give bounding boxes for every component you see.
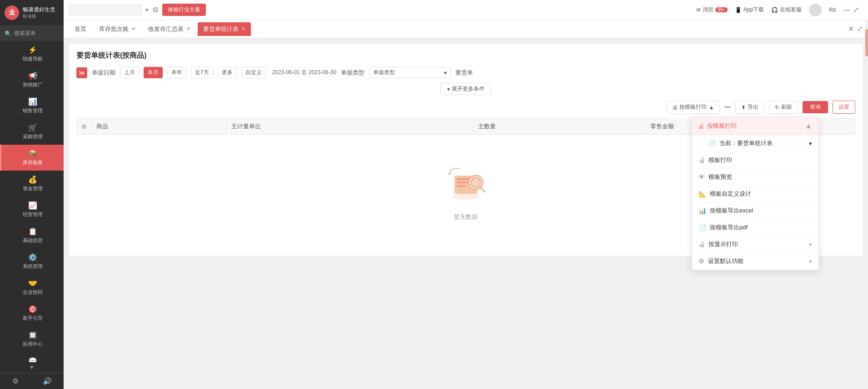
template-print-item[interactable]: 🖨 模板打印 (692, 152, 818, 169)
sidebar-item-apps[interactable]: 🔲 应用中心 (0, 326, 64, 352)
tab-home[interactable]: 首页 (69, 22, 92, 36)
svg-line-7 (480, 187, 485, 192)
print-btn[interactable]: 🖨 按模板打印 ▲ (666, 101, 720, 114)
display-print-item[interactable]: 🖨 按显示打印 ▾ (692, 236, 818, 253)
print-title-text: 按模板打印 (707, 122, 737, 130)
sidebar-item-basic[interactable]: 📋 基础信息 (0, 222, 64, 248)
set-default-icon: ⚙ (698, 258, 704, 265)
tab-order-summary-close[interactable]: ✕ (241, 26, 245, 32)
sidebar-item-system[interactable]: ⚙️ 系统管理 (0, 248, 64, 274)
maximize-icon[interactable]: ⤢ (853, 5, 859, 14)
search-menu-item[interactable]: 🔍 搜索菜单 (0, 26, 64, 41)
sidebar-item-marketing[interactable]: 📢 营销推广 (0, 67, 64, 93)
refresh-btn[interactable]: ↻ 刷新 (769, 101, 798, 114)
scrollbar-thumb[interactable] (865, 38, 868, 56)
col-goods: 商品 (92, 119, 227, 135)
sidebar-scroll-down[interactable]: ▼ (0, 362, 64, 373)
template-design-item[interactable]: 📐 模板自定义设计 (692, 186, 818, 202)
filter-row: ≫ 单据日期 上月 本月 本年 近7天 更多 自定义 2023-06-01 至 … (76, 67, 855, 78)
user-name: Rit (829, 7, 836, 13)
goods-tag-label: 要货单 (455, 69, 473, 77)
global-search-input[interactable] (69, 5, 142, 15)
template-preview-item[interactable]: 👁 模板预览 (692, 169, 818, 186)
close-all-icon[interactable]: ✕ (848, 25, 854, 33)
sidebar-bottom: ⚙ 🔊 (0, 373, 64, 389)
print-dropdown-menu: 🖨 按模板打印 ▲ 📄 当前：要货单统计表 ▾ 🖨 (692, 117, 819, 270)
operations-label: 经营管理 (23, 211, 43, 218)
date-custom-btn[interactable]: 自定义 (241, 67, 266, 78)
template-export-excel-label: 按模板导出excel (710, 207, 753, 215)
sidebar-item-wechat[interactable]: 💬 企业微信 (0, 352, 64, 362)
sidebar-item-sales[interactable]: 📊 销售管理 (0, 93, 64, 119)
online-service-label: 在线客服 (780, 6, 802, 14)
app-logo: 业 畅康通好生意 标准版 (0, 0, 64, 26)
sidebar-item-purchase[interactable]: 🛒 采购管理 (0, 119, 64, 145)
tab-receipt-summary-close[interactable]: ✕ (186, 26, 190, 32)
main-content: ▾ ⚙ 体验行业方案 ✉ 消息 99+ 📱 App下载 🎧 在线客服 Rit —… (64, 0, 868, 389)
app-version: 标准版 (23, 13, 55, 20)
refresh-icon: ↻ (775, 104, 779, 111)
export-btn[interactable]: ⬆ 导出 (735, 101, 764, 114)
sidebar-item-operations[interactable]: 📈 经营管理 (0, 197, 64, 222)
bill-type-arrow: ▾ (444, 70, 447, 76)
message-badge: 99+ (715, 7, 728, 12)
template-export-pdf-item[interactable]: 📄 按模板导出pdf (692, 219, 818, 236)
sidebar-item-finance[interactable]: 💰 资金管理 (0, 171, 64, 197)
date-last-month-btn[interactable]: 上月 (120, 67, 139, 78)
template-design-icon: 📐 (698, 190, 706, 197)
expand-icon: ▾ (447, 86, 450, 92)
set-default-item[interactable]: ⚙ 设置默认功能 ▾ (692, 253, 818, 270)
current-template-item[interactable]: 📄 当前：要货单统计表 ▾ (692, 135, 818, 152)
print-dropdown-title: 🖨 按模板打印 (698, 122, 737, 130)
print-dropdown-header: 🖨 按模板打印 ▲ (692, 117, 818, 135)
tab-inventory-batch[interactable]: 库存批次账 ✕ (94, 22, 141, 36)
scrollbar-track[interactable] (865, 38, 868, 389)
user-avatar[interactable] (809, 4, 822, 16)
date-7days-btn[interactable]: 近7天 (191, 67, 213, 78)
sidebar-item-cooperation[interactable]: 🤝 企业协同 (0, 274, 64, 300)
date-more-btn[interactable]: 更多 (218, 67, 237, 78)
expand-window-icon[interactable]: ⤢ (857, 25, 863, 33)
main-card: 要货单统计表(按商品) ≫ 单据日期 上月 本月 本年 近7天 更多 自定义 2… (69, 44, 863, 256)
bill-type-select[interactable]: 单据类型 ▾ (369, 67, 451, 78)
search-menu-label: 搜索菜单 (14, 30, 36, 37)
app-download-btn[interactable]: 📱 App下载 (735, 6, 764, 14)
print-dropdown-close[interactable]: ▲ (805, 122, 812, 130)
date-this-year-btn[interactable]: 本年 (167, 67, 186, 78)
set-default-label: 设置默认功能 (708, 257, 743, 265)
print-label: 按模板打印 (679, 103, 707, 111)
tab-inventory-batch-close[interactable]: ✕ (131, 26, 135, 32)
guide-icon: 🎯 (28, 305, 37, 313)
sidebar-item-shortcut[interactable]: ⚡ 快捷导航 (0, 41, 64, 67)
volume-icon[interactable]: 🔊 (43, 377, 52, 385)
settings-bottom-icon[interactable]: ⚙ (12, 377, 19, 385)
topbar-gear-icon[interactable]: ⚙ (152, 5, 159, 14)
sidebar-item-inventory[interactable]: 📦 库存核算 (0, 145, 64, 171)
message-btn[interactable]: ✉ 消息 99+ (696, 6, 728, 14)
guide-label: 新手引导 (23, 315, 43, 322)
expand-row: ▾ 展开更多条件 (76, 83, 855, 95)
filter-toggle-btn[interactable]: ≫ (76, 67, 87, 78)
more-actions-icon[interactable]: ••• (724, 104, 731, 111)
query-btn[interactable]: 查询 (803, 101, 828, 113)
minimize-icon[interactable]: — (843, 6, 850, 14)
display-print-arrow: ▾ (809, 241, 812, 248)
settings-btn[interactable]: 设置 (833, 101, 855, 114)
online-service-btn[interactable]: 🎧 在线客服 (771, 6, 802, 14)
template-export-excel-item[interactable]: 📊 按模板导出excel (692, 202, 818, 219)
template-preview-icon: 👁 (698, 173, 705, 181)
svg-point-8 (449, 173, 450, 175)
expand-conditions-btn[interactable]: ▾ 展开更多条件 (440, 83, 491, 95)
inventory-icon: 📦 (28, 149, 37, 158)
sidebar-item-guide[interactable]: 🎯 新手引导 (0, 300, 64, 326)
col-settings[interactable]: ⚙ (77, 119, 92, 135)
operations-icon: 📈 (28, 201, 37, 210)
industry-btn[interactable]: 体验行业方案 (162, 4, 206, 16)
date-this-month-btn[interactable]: 本月 (144, 67, 163, 78)
apps-icon: 🔲 (28, 331, 37, 339)
purchase-label: 采购管理 (23, 133, 43, 140)
tab-receipt-summary[interactable]: 收发存汇总表 ✕ (143, 22, 196, 36)
search-dropdown-icon[interactable]: ▾ (145, 6, 149, 13)
date-range-display: 2023-06-01 至 2023-06-30 (272, 69, 336, 76)
tab-order-summary[interactable]: 要货单统计表 ✕ (198, 22, 251, 36)
